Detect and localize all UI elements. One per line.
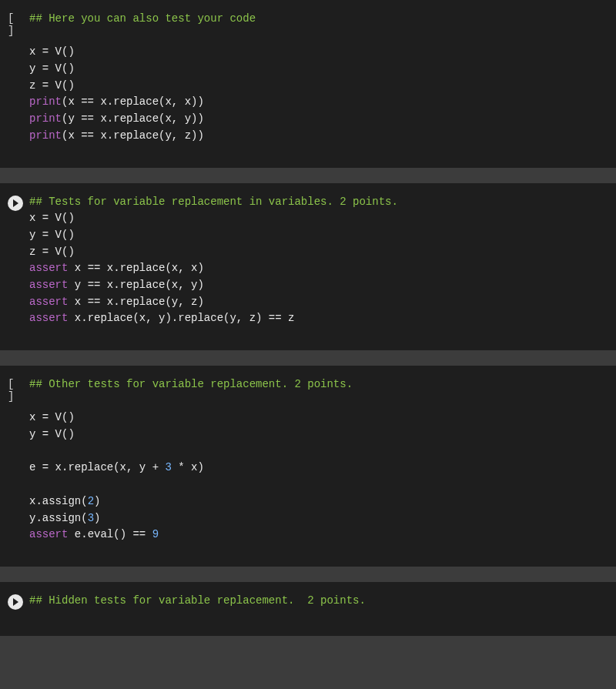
code-text: y == x.replace(x, y) <box>68 279 203 291</box>
notebook-cell: [ ]## Other tests for variable replaceme… <box>0 366 616 567</box>
cell-gutter[interactable] <box>8 194 29 214</box>
code-text: e.eval() == <box>68 528 152 540</box>
execution-bracket[interactable]: [ ] <box>8 12 29 37</box>
code-text: (y == x.replace(x, y)) <box>62 112 204 125</box>
code-keyword: assert <box>29 312 68 324</box>
code-text: (x == x.replace(x, x)) <box>62 95 204 108</box>
code-number: 2 <box>88 495 94 507</box>
code-keyword: print <box>29 129 62 142</box>
code-number: 9 <box>152 528 159 540</box>
code-comment: ## Other tests for variable replacement.… <box>29 378 353 390</box>
code-text: x = V() y = V() e = x.replace(x, y + <box>29 411 165 473</box>
cell-gutter[interactable]: [ ] <box>8 376 29 403</box>
code-block[interactable]: ## Hidden tests for variable replacement… <box>29 593 608 610</box>
code-keyword: assert <box>29 528 68 540</box>
code-text: x = V() y = V() z = V() <box>29 45 75 91</box>
code-text: x.replace(x, y).replace(y, z) == z <box>68 312 294 324</box>
code-comment: ## Here you can also test your code <box>29 12 256 25</box>
code-block[interactable]: ## Here you can also test your code x = … <box>29 11 608 145</box>
code-text: x == x.replace(x, x) <box>68 262 203 274</box>
code-comment: ## Tests for variable replacement in var… <box>29 196 398 208</box>
code-text: x = V() y = V() z = V() <box>29 212 75 257</box>
code-text: x == x.replace(y, z) <box>68 296 203 308</box>
cell-gutter[interactable]: [ ] <box>8 11 29 37</box>
code-number: 3 <box>88 512 94 524</box>
execution-bracket[interactable]: [ ] <box>8 378 29 403</box>
code-keyword: assert <box>29 262 68 274</box>
cell-gutter[interactable] <box>8 593 29 613</box>
code-keyword: print <box>29 95 62 108</box>
code-keyword: print <box>29 112 62 125</box>
code-block[interactable]: ## Other tests for variable replacement.… <box>29 376 608 544</box>
notebook-cell: ## Tests for variable replacement in var… <box>0 183 616 351</box>
code-keyword: assert <box>29 296 68 308</box>
code-keyword: assert <box>29 279 68 291</box>
play-icon[interactable] <box>8 594 23 610</box>
play-icon[interactable] <box>8 196 23 211</box>
code-text: ) <box>94 512 100 524</box>
code-number: 3 <box>165 461 171 473</box>
code-block[interactable]: ## Tests for variable replacement in var… <box>29 194 608 328</box>
notebook-cell: ## Hidden tests for variable replacement… <box>0 582 616 636</box>
code-text: (x == x.replace(y, z)) <box>62 129 204 142</box>
code-comment: ## Hidden tests for variable replacement… <box>29 594 366 607</box>
notebook-cell: [ ]## Here you can also test your code x… <box>0 0 616 168</box>
